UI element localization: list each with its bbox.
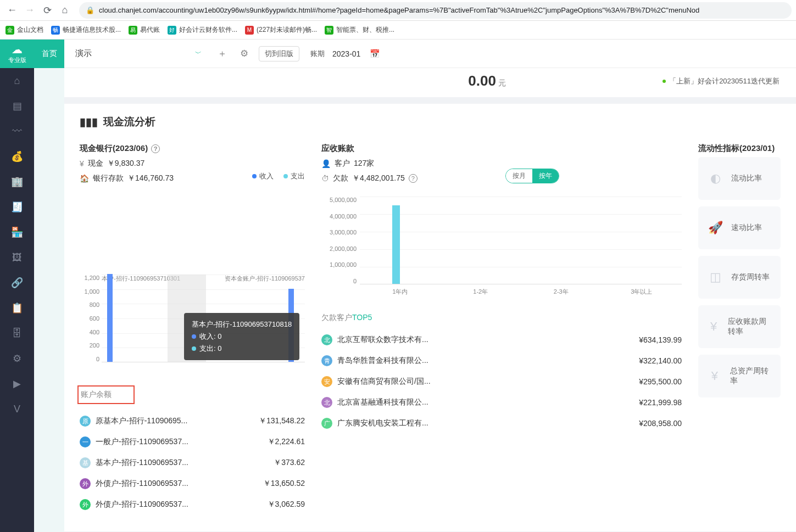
bookmark-item[interactable]: 智智能票、财、税推... <box>325 25 394 35</box>
lock-icon: 🔒 <box>86 6 94 14</box>
cube-icon: ◫ <box>706 268 725 287</box>
clock-icon: ⏱ <box>321 174 329 183</box>
legend-dot-icon <box>283 174 288 178</box>
debtor-row[interactable]: 北北京富基融通科技有限公...¥221,999.98 <box>321 392 682 413</box>
debtor-row[interactable]: 北北京互帮联众数字技术有...¥634,139.99 <box>321 329 682 350</box>
help-icon[interactable]: ? <box>409 174 418 183</box>
cashflow-ar-column: 应收账款 👤 客户 127家 ⏱ 欠款 ￥4,482,001.75 ? <box>321 143 682 515</box>
nav-receipt-icon[interactable]: 🧾 <box>0 194 34 220</box>
sub-nav-home[interactable]: 首页 <box>34 40 64 68</box>
client-stat: 👤 客户 127家 <box>321 159 682 169</box>
nav-settings-icon[interactable]: ⚙ <box>0 346 34 371</box>
bookmark-item[interactable]: 易易代账 <box>129 25 160 35</box>
ar-y-axis: 5,000,0004,000,0003,000,0002,000,0001,00… <box>321 197 357 284</box>
metric-card-asset-turnover[interactable]: ¥总资产周转率 <box>698 355 781 397</box>
nav-image-icon[interactable]: 🖼 <box>0 245 34 270</box>
account-balance-list: 原原基本户-招行-11090695...￥131,548.22 一一般户-招行-… <box>80 411 305 515</box>
metric-cards: ◐流动比率 🚀速动比率 ◫存货周转率 ¥应收账款周转率 ¥总资产周转率 <box>698 157 781 397</box>
nav-home-icon[interactable]: ⌂ <box>0 68 34 93</box>
reload-button[interactable]: ⟳ <box>40 3 55 18</box>
account-row[interactable]: 一一般户-招行-1109069537...￥2,224.61 <box>80 432 305 452</box>
add-button[interactable]: ＋ <box>215 47 229 61</box>
top-toolbar: 演示 ﹀ ＋ ⚙ 切到旧版 账期 2023-01 📅 <box>64 40 796 68</box>
old-version-button[interactable]: 切到旧版 <box>259 46 299 61</box>
bookmark-item[interactable]: M(227封未读邮件)畅... <box>245 25 317 35</box>
debtor-row[interactable]: 广广东腾安机电安装工程有...¥208,958.00 <box>321 413 682 434</box>
money-icon: ¥ <box>706 317 721 336</box>
ar-bar-chart[interactable]: 5,000,0004,000,0003,000,0002,000,0001,00… <box>360 197 682 295</box>
bookmark-icon: 好 <box>168 26 176 35</box>
debtor-badge-icon: 北 <box>321 334 332 345</box>
bank-icon: 🏠 <box>80 174 89 183</box>
browser-toolbar: ← → ⟳ ⌂ 🔒 cloud.chanjet.com/accounting/u… <box>0 0 796 21</box>
account-row[interactable]: 外外债户-招行-1109069537...￥3,062.59 <box>80 494 305 515</box>
period-value: 2023-01 <box>332 49 360 58</box>
user-icon: 👤 <box>321 159 331 168</box>
debtor-row[interactable]: 青青岛华胜普金科技有限公...¥322,140.00 <box>321 350 682 371</box>
account-badge-icon: 原 <box>80 416 91 427</box>
bookmark-item[interactable]: 好好会计云财务软件... <box>168 25 237 35</box>
top5-title: 欠款客户TOP5 <box>321 313 682 323</box>
ar-section-title: 应收账款 <box>321 143 682 154</box>
sub-nav: 首页 <box>34 40 64 532</box>
debt-stat: ⏱ 欠款 ￥4,482,001.75 ? <box>321 173 418 183</box>
deposit-stat: 🏠 银行存款 ￥146,760.73 <box>80 173 174 183</box>
debtor-row[interactable]: 安安徽有信商贸有限公司/国...¥295,500.00 <box>321 371 682 392</box>
account-badge-icon: 一 <box>80 436 91 447</box>
content-scroll[interactable]: 0.00元 「上新」好会计20230511迭代更新 ▮▮▮ 现金流分析 <box>64 68 796 532</box>
summary-band: 0.00元 「上新」好会计20230511迭代更新 <box>64 68 796 97</box>
nav-video-icon[interactable]: ▶ <box>0 371 34 396</box>
nav-clipboard-icon[interactable]: 📋 <box>0 295 34 321</box>
toggle-month[interactable]: 按月 <box>506 169 532 183</box>
bookmark-icon: 智 <box>325 26 333 35</box>
metric-card-quick-ratio[interactable]: 🚀速动比率 <box>698 206 781 249</box>
account-badge-icon: 外 <box>80 478 91 489</box>
bar-income <box>107 274 113 362</box>
back-button[interactable]: ← <box>4 3 20 18</box>
nav-archive-icon[interactable]: 🗄 <box>0 321 34 346</box>
org-select[interactable]: 演示 ﹀ <box>75 45 207 63</box>
org-name: 演示 <box>75 48 92 59</box>
calendar-icon[interactable]: 📅 <box>370 49 380 59</box>
main-area: 演示 ﹀ ＋ ⚙ 切到旧版 账期 2023-01 📅 0.00元 「上新」好会计… <box>64 40 796 532</box>
chevron-down-icon: ﹀ <box>195 49 202 58</box>
nav-v-icon[interactable]: V <box>0 396 34 422</box>
bookmark-item[interactable]: 金金山文档 <box>5 25 43 35</box>
bank-section-title: 现金银行(2023/06) ? <box>80 143 305 154</box>
metric-card-current-ratio[interactable]: ◐流动比率 <box>698 157 781 200</box>
account-row[interactable]: 原原基本户-招行-11090695...￥131,548.22 <box>80 411 305 432</box>
account-badge-icon: 外 <box>80 499 91 510</box>
status-dot-icon <box>663 80 666 83</box>
bookmark-icon: M <box>245 26 254 35</box>
bank-bar-chart[interactable]: 1,2001,0008006004002000 <box>102 275 305 373</box>
legend-dot-icon <box>252 174 257 178</box>
panel-title: ▮▮▮ 现金流分析 <box>80 115 781 129</box>
nav-money-icon[interactable]: 💰 <box>0 144 34 169</box>
account-row[interactable]: 基基本户-招行-1109069537...￥373.62 <box>80 452 305 473</box>
home-button[interactable]: ⌂ <box>57 3 73 18</box>
ar-plot-area <box>360 197 682 284</box>
cloud-icon: ☁ <box>12 44 23 55</box>
rocket-icon: 🚀 <box>706 219 725 237</box>
news-item[interactable]: 「上新」好会计20230511迭代更新 <box>663 76 780 86</box>
help-icon[interactable]: ? <box>151 144 160 153</box>
nav-doc-icon[interactable]: ▤ <box>0 93 34 119</box>
app-logo[interactable]: ☁ 专业版 <box>0 40 34 68</box>
metric-card-ar-turnover[interactable]: ¥应收账款周转率 <box>698 305 781 348</box>
address-bar[interactable]: 🔒 cloud.chanjet.com/accounting/uw1eb00zy… <box>79 2 792 19</box>
bookmark-item[interactable]: 畅畅捷通信息技术股... <box>51 25 121 35</box>
debtor-list: 北北京互帮联众数字技术有...¥634,139.99 青青岛华胜普金科技有限公.… <box>321 329 682 434</box>
nav-chart-icon[interactable]: 〰 <box>0 119 34 144</box>
account-row[interactable]: 外外债户-招行-1109069537...￥13,650.52 <box>80 473 305 494</box>
toggle-year[interactable]: 按年 <box>532 169 559 183</box>
forward-button[interactable]: → <box>22 3 37 18</box>
left-rail: ☁ 专业版 ⌂ ▤ 〰 💰 🏢 🧾 🏪 🖼 🔗 📋 🗄 ⚙ ▶ V <box>0 40 34 532</box>
settings-button[interactable]: ⚙ <box>237 47 251 61</box>
bookmarks-bar: 金金山文档 畅畅捷通信息技术股... 易易代账 好好会计云财务软件... M(2… <box>0 21 796 40</box>
nav-building-icon[interactable]: 🏢 <box>0 169 34 194</box>
nav-store-icon[interactable]: 🏪 <box>0 220 34 245</box>
metric-card-inventory-turnover[interactable]: ◫存货周转率 <box>698 256 781 299</box>
nav-link-icon[interactable]: 🔗 <box>0 270 34 295</box>
cashflow-body: 现金银行(2023/06) ? ¥ 现金 ￥9,830.37 🏠 银行存款 <box>80 143 781 515</box>
debtor-badge-icon: 青 <box>321 355 332 366</box>
